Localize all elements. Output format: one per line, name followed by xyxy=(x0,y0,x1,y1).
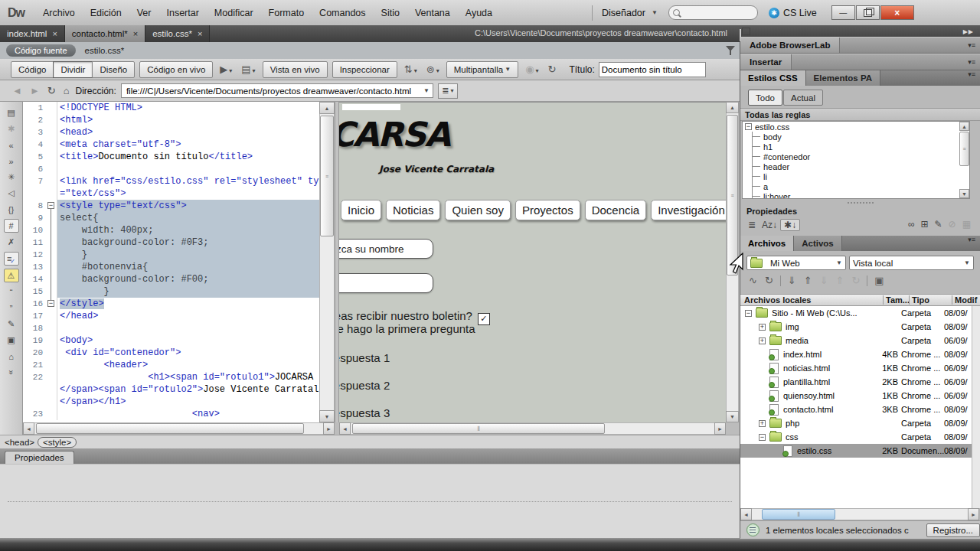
code-line[interactable]: 18 xyxy=(23,322,319,334)
css-rule-lihover[interactable]: li:hover xyxy=(743,191,969,199)
design-hscroll-thumb[interactable]: ⫼ xyxy=(352,423,605,434)
tag-style[interactable]: <style> xyxy=(38,437,77,448)
scroll-right-icon[interactable]: ► xyxy=(968,508,979,520)
tree-expander-icon[interactable]: − xyxy=(745,310,752,317)
panel-menu-icon[interactable]: ▾≡ xyxy=(968,41,975,49)
scroll-up-icon[interactable]: ▲ xyxy=(319,102,335,114)
code-line[interactable]: 3<head> xyxy=(23,126,319,139)
workspace-switcher[interactable]: Diseñador ▼ xyxy=(602,8,658,18)
menu-ventana[interactable]: Ventana xyxy=(407,8,458,18)
code-line[interactable]: 16−</style> xyxy=(23,298,319,310)
delete-rule-icon[interactable]: ▦ xyxy=(959,219,974,230)
multiscreen-button[interactable]: Multipantalla▼ xyxy=(446,61,519,78)
attach-stylesheet-icon[interactable]: ∞ xyxy=(905,219,918,230)
new-css-rule-icon[interactable]: ⊞ xyxy=(917,219,931,230)
panel-resize-handle[interactable] xyxy=(848,202,874,204)
log-icon[interactable] xyxy=(746,523,760,536)
select-parent-tag-icon[interactable]: ◁ xyxy=(4,185,19,201)
tab-close-icon[interactable]: × xyxy=(52,29,57,38)
design-view[interactable]: JOCARSA Jose Vicente Carratala InicioNot… xyxy=(339,102,726,422)
back-icon[interactable]: ◄ xyxy=(11,85,24,96)
code-line[interactable]: 6 xyxy=(23,163,319,175)
file-management-icon[interactable]: ▤▾ xyxy=(239,64,257,75)
browserlab-title[interactable]: Adobe BrowserLab xyxy=(740,37,840,53)
properties-tab[interactable]: Propiedades xyxy=(5,451,74,464)
tree-expander-icon[interactable]: + xyxy=(759,324,766,331)
wrap-tag-icon[interactable]: ✎ xyxy=(4,316,19,332)
toolbar-chevron-icon[interactable]: » xyxy=(3,365,19,380)
menu-edición[interactable]: Edición xyxy=(83,8,129,18)
filter-icon[interactable] xyxy=(726,46,737,56)
design-view-button[interactable]: Diseño xyxy=(92,61,135,78)
css-rule-a[interactable]: a xyxy=(743,181,969,191)
line-numbers-icon[interactable]: # xyxy=(4,219,19,233)
col-type[interactable]: Tipo xyxy=(909,295,952,305)
collapse-selection-icon[interactable]: » xyxy=(4,153,19,169)
nav-button-proyectos[interactable]: Proyectos xyxy=(515,200,580,220)
file-row-quiensoy.html[interactable]: quiensoy.html1KBChrome ...06/09/ xyxy=(740,389,972,403)
open-documents-icon[interactable]: ▤ xyxy=(4,105,19,121)
preview-in-browser-icon[interactable]: ⊚▾ xyxy=(424,64,442,75)
file-row-css[interactable]: −cssCarpeta08/09/ xyxy=(740,430,972,444)
tab-contacto.html[interactable]: contacto.html*× xyxy=(65,25,145,42)
apply-comment-icon[interactable]: “ xyxy=(4,284,19,300)
show-list-view-icon[interactable]: Az↓ xyxy=(759,220,780,230)
cs-live-button[interactable]: ✱ CS Live xyxy=(769,8,817,18)
get-files-icon[interactable]: ⇓ xyxy=(784,275,800,286)
code-line[interactable]: 7<link href="css/estilo.css" rel="styles… xyxy=(23,175,319,187)
source-code-button[interactable]: Código fuente xyxy=(6,44,76,57)
inspect-button[interactable]: Inspeccionar xyxy=(332,61,397,78)
collapse-full-tag-icon[interactable]: « xyxy=(4,137,19,153)
browserlab-panel-header[interactable]: Adobe BrowserLab ▾≡ xyxy=(740,37,980,54)
code-line[interactable]: 5<title>Documento sin título</title> xyxy=(23,151,319,163)
css-rule-header[interactable]: header xyxy=(743,161,969,171)
code-fold-toggle-icon[interactable]: − xyxy=(47,202,54,209)
code-view-button[interactable]: Código xyxy=(11,61,54,78)
restore-button[interactable] xyxy=(856,5,880,20)
code-line[interactable]: </span><span id="rotulo2">Jose Vicente C… xyxy=(23,383,319,396)
move-css-icon[interactable]: ⌂ xyxy=(4,348,19,364)
address-dropdown-icon[interactable]: ▼ xyxy=(423,87,430,94)
connect-remote-icon[interactable]: ∿ xyxy=(745,275,761,286)
site-select[interactable]: Mi Web ▼ xyxy=(746,256,846,270)
view-mode-select[interactable]: Vista local▼ xyxy=(849,256,974,270)
collapse-to-icons-button[interactable]: ▶▶ xyxy=(963,28,974,35)
recent-snippets-icon[interactable]: ▣ xyxy=(4,332,19,348)
file-row-estilo.css[interactable]: estilo.css2KBDocumen...08/09/ xyxy=(740,444,972,458)
file-row-plantilla.html[interactable]: plantilla.html2KBChrome ...06/09/ xyxy=(740,375,972,389)
show-set-properties-icon[interactable]: ✱↓ xyxy=(780,219,800,231)
minimize-button[interactable]: — xyxy=(831,5,855,20)
file-row-img[interactable]: +imgCarpeta08/09/ xyxy=(740,320,972,334)
menu-ayuda[interactable]: Ayuda xyxy=(458,8,500,18)
menu-formato[interactable]: Formato xyxy=(261,8,312,18)
col-name[interactable]: Archivos locales xyxy=(740,295,883,305)
file-row-index.html[interactable]: index.html4KBChrome ...08/09/ xyxy=(740,347,972,361)
scroll-up-icon[interactable]: ▲ xyxy=(726,102,739,113)
code-line[interactable]: 13 #botonenvia{ xyxy=(23,261,319,273)
col-size[interactable]: Tam... xyxy=(883,295,909,305)
nav-button-inicio[interactable]: Inicio xyxy=(341,200,381,220)
highlight-invalid-code-icon[interactable]: ✗ xyxy=(4,234,19,250)
code-line[interactable]: </span></h1> xyxy=(23,396,319,408)
menu-archivo[interactable]: Archivo xyxy=(35,8,83,18)
scroll-down-icon[interactable]: ▼ xyxy=(319,410,335,422)
show-category-view-icon[interactable]: ≣ xyxy=(745,220,759,230)
tree-expander-icon[interactable]: + xyxy=(759,337,766,344)
balance-braces-icon[interactable]: {} xyxy=(4,201,19,217)
css-rule-h1[interactable]: h1 xyxy=(743,142,969,152)
file-row-SitioMiWebCUs...[interactable]: −Sitio - Mi Web (C:\Us...Carpeta08/09/ xyxy=(740,306,972,320)
code-fold-toggle-icon[interactable]: − xyxy=(47,300,54,307)
tree-expander-icon[interactable]: + xyxy=(759,420,766,427)
tab-elementos-pa[interactable]: Elementos PA xyxy=(806,70,880,86)
menu-modificar[interactable]: Modificar xyxy=(207,8,261,18)
scroll-left-icon[interactable]: ◄ xyxy=(339,422,351,435)
expand-all-icon[interactable]: ✳ xyxy=(4,169,19,185)
code-line[interactable]: 14 background-color: #F00; xyxy=(23,273,319,285)
scroll-right-icon[interactable]: ► xyxy=(714,422,726,435)
tab-index.html[interactable]: index.html× xyxy=(0,25,65,42)
put-files-icon[interactable]: ⇑ xyxy=(800,275,816,286)
files-hscroll-thumb[interactable]: ⫼ xyxy=(762,509,835,520)
code-hscroll-thumb[interactable] xyxy=(36,423,304,434)
menu-sitio[interactable]: Sitio xyxy=(374,8,407,18)
menu-ver[interactable]: Ver xyxy=(129,8,159,18)
